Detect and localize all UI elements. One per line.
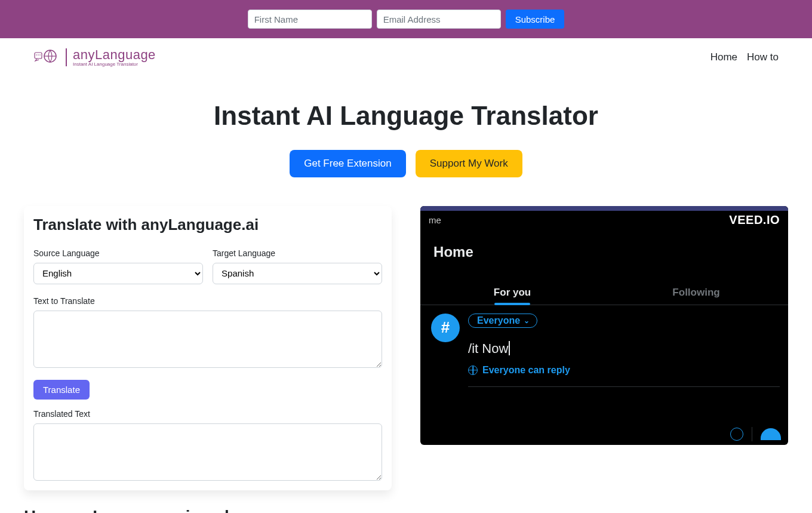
email-input[interactable] [377, 10, 501, 29]
translate-card: Translate with anyLanguage.ai Source Lan… [24, 206, 392, 490]
demo-video-panel: me VEED.IO Home For you Following # Ever… [420, 206, 788, 445]
demo-avatar: # [431, 314, 460, 342]
text-cursor-icon [509, 341, 510, 355]
first-name-input[interactable] [248, 10, 372, 29]
logo-tagline: Instant AI Language Translator [73, 62, 156, 67]
demo-header: me VEED.IO [420, 211, 788, 227]
header-nav: anyLanguage Instant AI Language Translat… [0, 38, 812, 77]
how-it-works-heading: How anyLanguage.ai works: [0, 490, 812, 513]
target-language-label: Target Language [213, 248, 382, 258]
logo-text: anyLanguage Instant AI Language Translat… [73, 48, 156, 67]
demo-post-button-partial [761, 428, 781, 440]
demo-tab-foryou: For you [420, 278, 604, 305]
demo-divider [468, 386, 780, 387]
svg-point-4 [38, 55, 39, 56]
chevron-down-icon: ⌄ [524, 317, 530, 325]
demo-brand-watermark: VEED.IO [729, 213, 780, 227]
subscribe-button[interactable]: Subscribe [506, 10, 565, 29]
demo-audience-label: Everyone [477, 315, 520, 326]
demo-reply-note: Everyone can reply [468, 365, 570, 382]
nav-home-link[interactable]: Home [710, 51, 737, 63]
svg-point-3 [36, 55, 37, 56]
subscribe-banner: Subscribe [0, 0, 812, 38]
page-title: Instant AI Language Translator [0, 101, 812, 131]
translate-button[interactable]: Translate [33, 380, 90, 400]
main-columns: Translate with anyLanguage.ai Source Lan… [0, 177, 812, 490]
demo-compose-area: # Everyone ⌄ /it Now Everyone can reply [420, 305, 788, 387]
progress-circle-icon [730, 428, 743, 441]
demo-audience-pill: Everyone ⌄ [468, 314, 537, 328]
target-language-select[interactable]: Spanish [213, 263, 382, 284]
globe-icon [468, 365, 478, 375]
language-row: Source Language English Target Language … [33, 248, 382, 284]
logo[interactable]: anyLanguage Instant AI Language Translat… [33, 48, 156, 67]
source-language-select[interactable]: English [33, 263, 203, 284]
hero-section: Instant AI Language Translator Get Free … [0, 77, 812, 177]
text-to-translate-label: Text to Translate [33, 296, 382, 306]
demo-compose-text: /it Now [468, 328, 780, 365]
demo-tabs: For you Following [420, 278, 788, 305]
demo-top-strip [420, 206, 788, 211]
demo-partial-text: me [429, 215, 441, 225]
nav-howto-link[interactable]: How to [747, 51, 779, 63]
text-to-translate-input[interactable] [33, 311, 382, 368]
demo-bottom-icons [730, 427, 781, 441]
hero-cta-row: Get Free Extension Support My Work [0, 150, 812, 177]
demo-home-title: Home [420, 227, 788, 260]
svg-rect-2 [35, 53, 42, 59]
logo-separator [66, 48, 67, 66]
logo-brand-text: anyLanguage [73, 48, 156, 62]
support-work-button[interactable]: Support My Work [416, 150, 522, 177]
logo-icon [33, 48, 60, 67]
source-language-label: Source Language [33, 248, 203, 258]
translated-text-label: Translated Text [33, 409, 382, 419]
translate-card-title: Translate with anyLanguage.ai [33, 216, 382, 234]
translated-text-output[interactable] [33, 423, 382, 481]
nav-links: Home How to [710, 51, 779, 63]
demo-icon-separator [752, 427, 752, 441]
svg-point-5 [39, 55, 41, 56]
get-extension-button[interactable]: Get Free Extension [290, 150, 405, 177]
demo-tab-following: Following [604, 278, 788, 305]
